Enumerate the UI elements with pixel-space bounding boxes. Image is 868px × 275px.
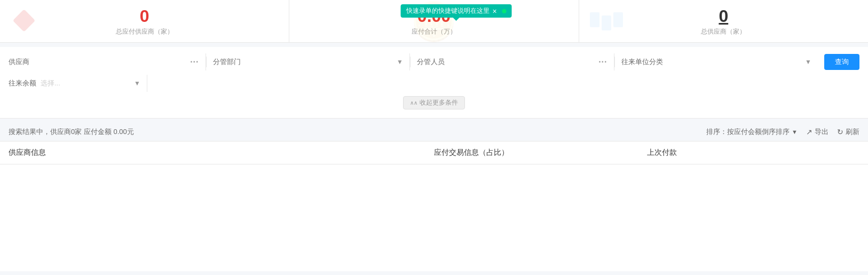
tooltip-close-icon[interactable]: × (493, 7, 497, 15)
tooltip-dot (502, 9, 507, 13)
query-button[interactable]: 查询 (824, 54, 859, 70)
person-filter: 分管人员 ··· (411, 53, 614, 70)
refresh-button[interactable]: ↻ 刷新 (837, 127, 859, 137)
total-suppliers-label: 总供应商（家） (701, 27, 746, 36)
department-label: 分管部门 (213, 57, 241, 67)
unit-category-select[interactable]: ▼ (667, 58, 812, 66)
supplier-input[interactable] (34, 58, 190, 66)
person-dots-button[interactable]: ··· (598, 57, 607, 67)
collapse-label: 收起更多条件 (420, 98, 458, 107)
balance-select-text: 选择... (41, 78, 132, 88)
stat-payable-total: 🪙 快速录单的快捷键说明在这里 × 0.00 应付合计（万） (289, 0, 579, 42)
balance-dropdown-icon: ▼ (134, 80, 140, 87)
collapse-button[interactable]: ∧∧ 收起更多条件 (403, 96, 465, 109)
stat-payable-suppliers: 0 总应付供应商（家） (0, 0, 289, 42)
person-label: 分管人员 (417, 57, 445, 67)
refresh-label: 刷新 (846, 127, 859, 137)
balance-select[interactable]: 选择... ▼ (41, 78, 140, 88)
sort-dropdown-icon: ▼ (792, 129, 798, 135)
department-filter: 分管部门 ▼ (207, 53, 411, 70)
supplier-dots-button[interactable]: ··· (190, 57, 199, 67)
diamond-icon-area (11, 7, 37, 35)
filter-row-2: 往来余额 选择... ▼ (9, 75, 859, 94)
table-body (0, 164, 868, 271)
sort-label: 排序：按应付会额倒序排序 (706, 127, 790, 137)
supplier-filter: 供应商 ··· (9, 53, 206, 70)
payable-suppliers-number: 0 (140, 6, 149, 26)
collapse-up-icon: ∧∧ (410, 100, 417, 106)
filter-section: 供应商 ··· 分管部门 ▼ 分管人员 ··· 往来单位分类 ▼ (0, 47, 868, 119)
table-col-transaction-info: 应付交易信息（占比） (434, 148, 647, 158)
export-label: 导出 (815, 127, 828, 137)
export-button[interactable]: ↗ 导出 (806, 127, 828, 137)
table-col-last-payment: 上次付款 (647, 148, 860, 158)
stat-total-suppliers: 0 总供应商（家） (579, 0, 868, 42)
results-info: 搜索结果中，供应商0家 应付金额 0.00元 (9, 127, 134, 137)
results-actions: 排序：按应付会额倒序排序 ▼ ↗ 导出 ↻ 刷新 (706, 127, 859, 137)
payable-suppliers-label: 总应付供应商（家） (116, 27, 173, 36)
diamond-icon (11, 7, 37, 34)
tooltip-text: 快速录单的快捷键说明在这里 (406, 6, 490, 15)
person-input[interactable] (449, 58, 598, 66)
shortcut-tooltip: 快速录单的快捷键说明在这里 × (401, 4, 512, 18)
sort-selector[interactable]: 排序：按应付会额倒序排序 ▼ (706, 127, 798, 137)
collapse-row: ∧∧ 收起更多条件 (9, 94, 859, 114)
balance-filter: 往来余额 选择... ▼ (9, 75, 147, 92)
department-select[interactable]: ▼ (245, 58, 404, 66)
department-dropdown-icon: ▼ (397, 58, 403, 66)
export-icon: ↗ (806, 128, 812, 136)
balance-label: 往来余额 (9, 78, 36, 88)
table-col-supplier-info: 供应商信息 (9, 148, 434, 158)
unit-category-filter: 往来单位分类 ▼ (615, 53, 818, 70)
stat-placeholder-image (590, 12, 623, 30)
table-header: 供应商信息 应付交易信息（占比） 上次付款 (0, 142, 868, 164)
stats-bar: 0 总应付供应商（家） 🪙 快速录单的快捷键说明在这里 × 0.00 应付合计（… (0, 0, 868, 43)
refresh-icon: ↻ (837, 128, 843, 136)
unit-category-label: 往来单位分类 (621, 57, 663, 67)
unit-category-dropdown-icon: ▼ (805, 58, 811, 66)
results-bar: 搜索结果中，供应商0家 应付金额 0.00元 排序：按应付会额倒序排序 ▼ ↗ … (0, 123, 868, 142)
filter-row-1: 供应商 ··· 分管部门 ▼ 分管人员 ··· 往来单位分类 ▼ (9, 53, 859, 70)
supplier-label: 供应商 (9, 57, 29, 67)
payable-total-label: 应付合计（万） (412, 27, 456, 36)
total-suppliers-number: 0 (719, 6, 728, 26)
